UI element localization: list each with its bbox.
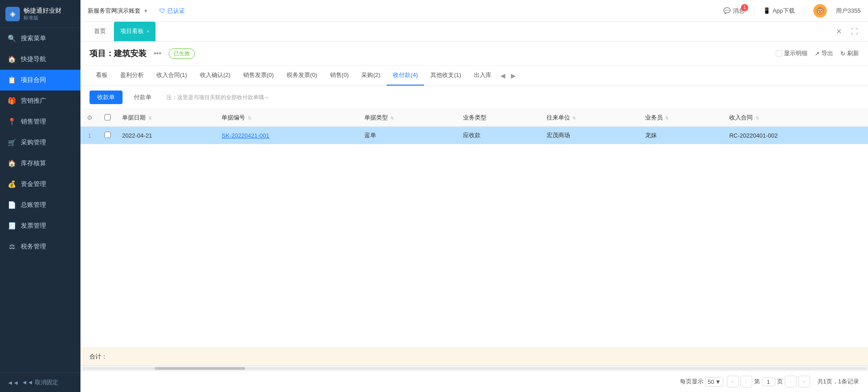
current-page-input[interactable]: 1 bbox=[762, 378, 775, 386]
finance-icon: 💰 bbox=[7, 180, 16, 189]
tab-purchase[interactable]: 采购(2) bbox=[355, 66, 387, 86]
user-avatar[interactable]: 🐵 bbox=[813, 4, 827, 18]
sidebar: ◈ 畅捷通好业财 标准版 🔍 搜索菜单 🏠 快捷导航 📋 项目合同 🎁 营销推广… bbox=[0, 0, 80, 392]
col-date: 单据日期 ⇅ bbox=[117, 109, 216, 127]
tab-tax-invoice[interactable]: 税务发票(0) bbox=[280, 66, 324, 86]
sort-type-icon[interactable]: ⇅ bbox=[390, 115, 394, 120]
row-checkbox-cell bbox=[99, 127, 117, 144]
tab-home-label: 首页 bbox=[94, 27, 106, 35]
sidebar-item-marketing[interactable]: 🎁 营销推广 bbox=[0, 91, 80, 111]
row-number[interactable]: SK-20220421-001 bbox=[216, 127, 359, 144]
tab-profit[interactable]: 盈利分析 bbox=[114, 66, 150, 86]
per-page-select[interactable]: 50 ▼ bbox=[705, 377, 723, 387]
tab-receipts[interactable]: 收付款(4) bbox=[387, 66, 424, 86]
next-page-button[interactable]: › bbox=[785, 376, 797, 387]
ledger-icon: 📄 bbox=[7, 201, 16, 210]
status-badge: 已生效 bbox=[169, 48, 195, 59]
tab-project-board-close-icon[interactable]: × bbox=[146, 29, 149, 34]
window-expand-icon[interactable]: ⛶ bbox=[848, 27, 861, 37]
sort-number-icon[interactable]: ⇅ bbox=[248, 115, 251, 120]
message-button[interactable]: 💬 消息 1 bbox=[723, 7, 745, 15]
page-of-label: 页 bbox=[777, 378, 783, 386]
select-all-checkbox[interactable] bbox=[104, 114, 111, 120]
app-download-button[interactable]: 📱 App下载 bbox=[763, 7, 795, 15]
tab-prev-icon[interactable]: ◀ bbox=[498, 68, 508, 83]
sidebar-item-ledger[interactable]: 📄 总账管理 bbox=[0, 195, 80, 215]
user-menu[interactable]: 用户3355 bbox=[836, 7, 861, 15]
table-row[interactable]: 1 2022-04-21 SK-20220421-001 蓝单 应收款 宏茂商场… bbox=[80, 127, 868, 144]
export-button[interactable]: ↗ 导出 bbox=[815, 49, 833, 57]
per-page-label: 每页显示 bbox=[680, 378, 703, 386]
page-nav: « ‹ 第 1 页 › » bbox=[727, 376, 810, 387]
sidebar-item-label-search: 搜索菜单 bbox=[21, 34, 46, 43]
table-area: ⚙ 单据日期 ⇅ 单据编号 ⇅ bbox=[80, 109, 868, 348]
show-detail-checkbox-box[interactable] bbox=[776, 50, 782, 57]
tab-income-confirm[interactable]: 收入确认(2) bbox=[193, 66, 237, 86]
sidebar-item-search[interactable]: 🔍 搜索菜单 bbox=[0, 28, 80, 49]
sidebar-item-label-sales: 销售管理 bbox=[21, 118, 46, 126]
pagination: 每页显示 50 ▼ « ‹ 第 1 页 › » 共1页，1条记录 bbox=[80, 371, 868, 392]
sidebar-item-inventory[interactable]: 🏠 库存核算 bbox=[0, 153, 80, 174]
project-icon: 📋 bbox=[7, 76, 16, 85]
sidebar-item-label-finance: 资金管理 bbox=[21, 180, 46, 188]
sidebar-item-invoice[interactable]: 🧾 发票管理 bbox=[0, 215, 80, 236]
export-icon: ↗ bbox=[815, 50, 820, 57]
topbar-divider-2 bbox=[804, 6, 804, 15]
tab-home[interactable]: 首页 bbox=[88, 22, 112, 41]
sidebar-item-label-quicknav: 快捷导航 bbox=[21, 55, 46, 63]
unpin-icon: ◄◄ bbox=[7, 379, 19, 386]
shield-icon: 🛡 bbox=[159, 7, 165, 14]
row-number-link[interactable]: SK-20220421-001 bbox=[222, 132, 269, 139]
sidebar-item-sales[interactable]: 📍 销售管理 bbox=[0, 111, 80, 132]
tab-project-board[interactable]: 项目看板 × bbox=[114, 22, 156, 41]
tab-inout[interactable]: 出入库 bbox=[467, 66, 498, 86]
project-more-icon[interactable]: ••• bbox=[152, 49, 163, 57]
topbar-divider bbox=[754, 6, 754, 15]
sort-salesperson-icon[interactable]: ⇅ bbox=[665, 115, 669, 120]
col-partner: 往来单位 ⇅ bbox=[541, 109, 640, 127]
sidebar-item-label-purchase: 采购管理 bbox=[21, 139, 46, 147]
col-biz-type: 业务类型 bbox=[458, 109, 541, 127]
tab-sales[interactable]: 销售(0) bbox=[324, 66, 355, 86]
row-income-contract: RC-20220401-002 bbox=[724, 127, 868, 144]
content-area: 项目：建筑安装 ••• 已生效 显示明细 ↗ 导出 ↻ 刷新 bbox=[80, 42, 868, 392]
horizontal-scrollbar[interactable] bbox=[80, 365, 868, 371]
project-title: 项目：建筑安装 bbox=[90, 48, 146, 59]
sidebar-item-finance[interactable]: 💰 资金管理 bbox=[0, 174, 80, 195]
show-detail-label: 显示明细 bbox=[784, 49, 807, 57]
sort-contract-icon[interactable]: ⇅ bbox=[755, 115, 759, 120]
workspace-selector[interactable]: 新服务官网演示账套 ▼ bbox=[88, 7, 148, 15]
message-badge: 1 bbox=[741, 4, 748, 11]
tab-sales-invoice[interactable]: 销售发票(0) bbox=[237, 66, 280, 86]
prev-page-button[interactable]: ‹ bbox=[741, 376, 752, 387]
page-label: 第 bbox=[754, 378, 760, 386]
row-type: 蓝单 bbox=[359, 127, 458, 144]
tab-kanban[interactable]: 看板 bbox=[90, 66, 114, 86]
show-detail-checkbox[interactable]: 显示明细 bbox=[776, 49, 807, 57]
sidebar-item-quicknav[interactable]: 🏠 快捷导航 bbox=[0, 49, 80, 70]
refresh-button[interactable]: ↻ 刷新 bbox=[840, 49, 859, 57]
tab-other-expenses[interactable]: 其他收支(1) bbox=[424, 66, 467, 86]
sub-tab-payment[interactable]: 付款单 bbox=[126, 91, 159, 104]
sort-partner-icon[interactable]: ⇅ bbox=[572, 115, 576, 120]
project-header: 项目：建筑安装 ••• 已生效 显示明细 ↗ 导出 ↻ 刷新 bbox=[80, 42, 868, 66]
tab-next-icon[interactable]: ▶ bbox=[508, 68, 519, 83]
first-page-button[interactable]: « bbox=[727, 376, 739, 387]
tab-income-contract[interactable]: 收入合同(1) bbox=[150, 66, 193, 86]
sidebar-item-tax[interactable]: ⚖ 税务管理 bbox=[0, 236, 80, 257]
scrollbar-thumb[interactable] bbox=[155, 367, 245, 370]
sidebar-item-purchase[interactable]: 🛒 采购管理 bbox=[0, 132, 80, 153]
sub-tab-receipt[interactable]: 收款单 bbox=[90, 91, 123, 104]
message-icon: 💬 bbox=[723, 7, 731, 14]
total-row: 合计： bbox=[80, 348, 868, 365]
window-close-icon[interactable]: ✕ bbox=[833, 26, 844, 37]
row-select-checkbox[interactable] bbox=[104, 132, 111, 138]
sidebar-unpin-button[interactable]: ◄◄ ◄◄ 取消固定 bbox=[0, 373, 80, 392]
sort-date-icon[interactable]: ⇅ bbox=[148, 115, 152, 120]
col-salesperson: 业务员 ⇅ bbox=[640, 109, 724, 127]
workspace-name: 新服务官网演示账套 bbox=[88, 7, 141, 15]
column-settings-icon[interactable]: ⚙ bbox=[87, 114, 93, 121]
sidebar-item-project[interactable]: 📋 项目合同 bbox=[0, 70, 80, 91]
last-page-button[interactable]: » bbox=[798, 376, 810, 387]
row-num: 1 bbox=[80, 127, 99, 144]
